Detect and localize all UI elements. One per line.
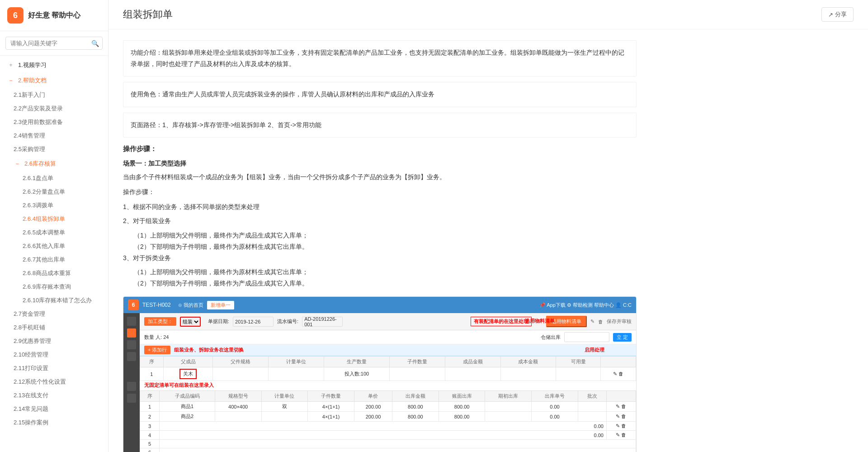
mock-add-item-btn[interactable]: + 添加行 bbox=[144, 346, 170, 354]
sidebar-item-2-6-1[interactable]: 2.6.1盘点单 bbox=[23, 171, 108, 185]
mock-nav-icon-2 bbox=[127, 328, 136, 338]
share-icon: ↗ bbox=[828, 11, 833, 18]
annotation-no-bom: 无固定清单可在组装在这里录入 bbox=[140, 381, 636, 390]
sidebar-item-2-11[interactable]: 2.11打印设置 bbox=[14, 362, 108, 375]
td-r4: 4 bbox=[140, 431, 160, 440]
step3-2: （2）下部明细为子件明细，最终作为产成品生成其它入库单。 bbox=[123, 278, 637, 289]
screenshot-mockup: 6 TEST-H002 ⊙ 我的首页 新增单一 📌 App下载 ⚙ 帮助检测 帮… bbox=[123, 296, 637, 452]
mock-process-type-select[interactable]: 组装 拆卸 bbox=[180, 317, 201, 327]
mock-nav-icon-3 bbox=[127, 340, 136, 349]
mock-warehouse-label: 仓储出库 bbox=[541, 334, 561, 341]
expand-icon: + bbox=[7, 62, 14, 69]
sidebar-item-video[interactable]: + 1.视频学习 bbox=[0, 57, 108, 73]
mock-left-nav bbox=[123, 313, 140, 452]
sidebar-item-2-6-4[interactable]: 2.6.4组装拆卸单 bbox=[23, 212, 108, 226]
td-product: 关木 bbox=[163, 367, 213, 381]
th-l-spec: 规格型号 bbox=[215, 391, 261, 402]
td-r3: 3 bbox=[140, 422, 160, 431]
mock-lower-tbody: 1 商品1 400×400 双 4×(1+1) 200.00 800.00 80… bbox=[140, 402, 636, 452]
td-l-spec2 bbox=[215, 412, 261, 422]
th-child-qty: 子件数量 bbox=[390, 357, 445, 367]
td-l-out2: 800.00 bbox=[392, 412, 439, 422]
mock-warehouse-input[interactable] bbox=[564, 332, 609, 342]
td-unit bbox=[269, 367, 324, 381]
sidebar-item-2-6-3[interactable]: 2.6.3调拨单 bbox=[23, 199, 108, 212]
td-seq: 1 bbox=[140, 367, 164, 381]
main-header: 组装拆卸单 ↗ 分享 bbox=[108, 0, 868, 29]
steps-list: 1、根据不同的业务，选择不同单据的类型来处理 2、对于组装业务 （1）上部明细为… bbox=[123, 201, 637, 289]
table-row: 3 0.00 ✎ 🗑 bbox=[140, 422, 636, 431]
sidebar-item-docs[interactable]: − 2.帮助文档 bbox=[0, 73, 108, 88]
sidebar-item-2-9[interactable]: 2.9优惠券管理 bbox=[14, 334, 108, 348]
sidebar-item-2-10[interactable]: 2.10经营管理 bbox=[14, 348, 108, 362]
sidebar-item-2-14[interactable]: 2.14常见问题 bbox=[14, 402, 108, 416]
sidebar-subnav-2-6: 2.6.1盘点单 2.6.2分量盘点单 2.6.3调拨单 2.6.4组装拆卸单 … bbox=[14, 171, 108, 307]
step3: 3、对于拆类业务 bbox=[123, 252, 637, 264]
mock-lower-thead: 序 子成品编码 规格型号 计量单位 子件数量 单价 出库金额 账面出库 期初出库 bbox=[140, 391, 636, 402]
th-unit: 计量单位 bbox=[269, 357, 324, 367]
sidebar-item-2-5[interactable]: 2.5采购管理 bbox=[14, 143, 108, 156]
table-row: 4 0.00 ✎ 🗑 bbox=[140, 431, 636, 440]
td-l-book2: 800.00 bbox=[439, 412, 485, 422]
search-input[interactable] bbox=[5, 37, 103, 50]
th-ops bbox=[601, 357, 636, 367]
sidebar-item-2-8[interactable]: 2.8手机旺铺 bbox=[14, 321, 108, 334]
td-r4-op: ✎ 🗑 bbox=[606, 431, 636, 440]
sidebar-item-2-6-8[interactable]: 2.6.8商品成本重算 bbox=[23, 266, 108, 280]
td-l-seq: 1 bbox=[140, 402, 160, 412]
mock-upper-tbody: 1 关木 投入数:100 bbox=[140, 367, 636, 381]
logo-area: 6 好生意 帮助中心 bbox=[0, 0, 108, 31]
th-l-unit: 计量单位 bbox=[261, 391, 308, 402]
mock-section-type-bar: + 添加行 组装业务、拆卸业务在这里切换 启用处理 bbox=[140, 344, 636, 356]
mock-upper-table: 序 父成品 父件规格 计量单位 生产数量 子件数量 成品金额 成本金额 可用量 bbox=[140, 356, 636, 381]
mock-nav-icon-6 bbox=[127, 394, 136, 403]
sidebar-item-2-12[interactable]: 2.12系统个性化设置 bbox=[14, 375, 108, 389]
td-r6: 6 bbox=[140, 448, 160, 452]
td-l-book: 800.00 bbox=[439, 402, 485, 412]
function-intro-text: 功能介绍：组装拆卸单用来处理企业组装或拆卸等加工业务，支持有固定装配清单的产品加… bbox=[131, 49, 624, 67]
th-l-op bbox=[606, 391, 636, 402]
sidebar-item-2-6-9[interactable]: 2.6.9库存账本查询 bbox=[23, 280, 108, 294]
td-l-init2 bbox=[485, 412, 532, 422]
sidebar-item-2-6-2[interactable]: 2.6.2分量盘点单 bbox=[23, 185, 108, 199]
td-l-op: ✎ 🗑 bbox=[606, 402, 636, 412]
td-r3-empty: 0.00 bbox=[160, 422, 607, 431]
sidebar-item-2-3[interactable]: 2.3使用前数据准备 bbox=[14, 115, 108, 129]
mock-nav-icon-5 bbox=[127, 382, 136, 391]
sidebar-item-2-6-6[interactable]: 2.6.6其他入库单 bbox=[23, 239, 108, 253]
sidebar-item-2-4[interactable]: 2.4销售管理 bbox=[14, 129, 108, 143]
td-l-batch2 bbox=[578, 412, 606, 422]
page-title: 组装拆卸单 bbox=[123, 8, 173, 21]
search-box[interactable]: 🔍 bbox=[0, 31, 108, 56]
th-produce-qty: 生产数量 bbox=[324, 357, 389, 367]
table-row: 2 商品2 4×(1+1) 200.00 800.00 800.00 bbox=[140, 412, 636, 422]
sidebar-item-2-13[interactable]: 2.13在线支付 bbox=[14, 389, 108, 402]
td-l-unit: 双 bbox=[261, 402, 308, 412]
share-button[interactable]: ↗ 分享 bbox=[821, 7, 854, 22]
sidebar-item-2-6-7[interactable]: 2.6.7其他出库单 bbox=[23, 253, 108, 266]
sidebar-item-2-2[interactable]: 2.2产品安装及登录 bbox=[14, 102, 108, 115]
scene1-desc: 当由多个子件材料组装成一个成品的业务为【组装】业务，当由一个父件拆分成多个子产品… bbox=[123, 171, 637, 183]
sidebar-item-2-6-5[interactable]: 2.6.5成本调整单 bbox=[23, 226, 108, 239]
step2-2: （2）下部明细为子件明细，最终作为原材料生成其它出库单。 bbox=[123, 241, 637, 252]
mock-date-label: 单据日期: bbox=[208, 318, 229, 325]
mock-app-id: TEST-H002 bbox=[142, 302, 171, 308]
th-l-init-out: 期初出库 bbox=[485, 391, 532, 402]
sidebar-item-2-1[interactable]: 2.1新手入门 bbox=[14, 88, 108, 102]
steps-label: 操作步骤： bbox=[123, 186, 637, 198]
sidebar-item-2-15[interactable]: 2.15操作案例 bbox=[14, 416, 108, 429]
sidebar-item-2-6-10[interactable]: 2.6.10库存账本错了怎么办 bbox=[23, 294, 108, 307]
td-cost-amt bbox=[500, 367, 556, 381]
th-parent-spec: 父件规格 bbox=[213, 357, 269, 367]
td-spec bbox=[213, 367, 269, 381]
sidebar-item-docs-label: 2.帮助文档 bbox=[18, 76, 47, 85]
sidebar-item-2-6[interactable]: − 2.6库存核算 bbox=[14, 156, 108, 171]
sidebar-item-2-7[interactable]: 2.7资金管理 bbox=[14, 307, 108, 321]
th-l-out-no: 出库单号 bbox=[532, 391, 578, 402]
app-logo-text: 好生意 帮助中心 bbox=[28, 11, 80, 20]
steps-title: 操作步骤： bbox=[123, 145, 637, 153]
th-available: 可用量 bbox=[556, 357, 601, 367]
td-r5: 5 bbox=[140, 440, 160, 448]
mock-confirm-btn[interactable]: 立 定 bbox=[613, 333, 632, 342]
app-logo-icon: 6 bbox=[7, 7, 24, 24]
